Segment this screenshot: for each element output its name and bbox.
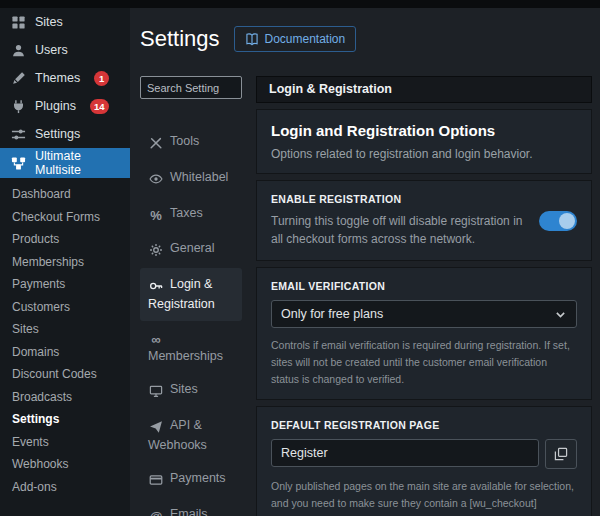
infinity-icon: ∞: [148, 331, 164, 348]
settings-panel: Login & Registration Login and Registrat…: [256, 76, 592, 516]
sidebar-item-sites[interactable]: Sites: [0, 8, 130, 36]
multisite-network-icon: [10, 156, 26, 171]
tools-icon: [148, 136, 164, 153]
settings-nav: Tools Whitelabel %Taxes General Login & …: [140, 76, 242, 516]
credit-card-icon: [148, 473, 164, 490]
plugins-update-badge: 14: [90, 99, 109, 114]
sidebar-item-settings[interactable]: Settings: [0, 120, 130, 148]
themes-icon: [10, 71, 26, 86]
submenu-item-sites[interactable]: Sites: [0, 318, 130, 341]
nav-label: Emails: [170, 507, 208, 516]
default-registration-page-help: Only published pages on the main site ar…: [271, 478, 577, 516]
sidebar-item-label: Themes: [35, 71, 80, 85]
section-enable-registration: ENABLE REGISTRATION Turning this toggle …: [256, 180, 592, 261]
edit-page-button[interactable]: [545, 439, 577, 469]
section-title: Login and Registration Options: [271, 122, 577, 139]
email-verification-label: EMAIL VERIFICATION: [271, 280, 577, 292]
send-icon: [148, 420, 164, 437]
users-icon: [10, 43, 26, 58]
submenu-item-add-ons[interactable]: Add-ons: [0, 476, 130, 499]
admin-sidebar: Sites Users Themes 1 Plugins 14 Settings…: [0, 8, 130, 516]
sidebar-item-label: Ultimate Multisite: [35, 149, 122, 177]
settings-nav-item-tools[interactable]: Tools: [140, 125, 242, 161]
sidebar-item-label: Users: [35, 43, 68, 57]
select-value: Only for free plans: [281, 307, 383, 321]
submenu-item-domains[interactable]: Domains: [0, 341, 130, 364]
default-registration-page-input[interactable]: [271, 439, 539, 467]
submenu-item-payments[interactable]: Payments: [0, 273, 130, 296]
enable-registration-description: Turning this toggle off will disable reg…: [271, 212, 525, 248]
search-setting-input[interactable]: [140, 76, 242, 99]
section-email-verification: EMAIL VERIFICATION Only for free plans C…: [256, 267, 592, 400]
section-default-registration-page: DEFAULT REGISTRATION PAGE Only published…: [256, 406, 592, 516]
default-registration-page-label: DEFAULT REGISTRATION PAGE: [271, 419, 577, 431]
admin-bar: [0, 0, 600, 8]
main-content: Settings Documentation Tools Whitelabel: [130, 8, 600, 516]
sidebar-item-label: Settings: [35, 127, 80, 141]
sidebar-item-users[interactable]: Users: [0, 36, 130, 64]
nav-label: Tools: [170, 134, 199, 148]
submenu-item-webhooks[interactable]: Webhooks: [0, 453, 130, 476]
themes-update-badge: 1: [94, 71, 109, 86]
documentation-button-label: Documentation: [265, 32, 346, 46]
submenu-item-discount-codes[interactable]: Discount Codes: [0, 363, 130, 386]
email-verification-help: Controls if email verification is requir…: [271, 337, 577, 387]
screen: Sites Users Themes 1 Plugins 14 Settings…: [0, 0, 600, 516]
nav-label: Taxes: [170, 206, 203, 220]
settings-nav-item-whitelabel[interactable]: Whitelabel: [140, 161, 242, 197]
percent-icon: %: [148, 207, 164, 224]
section-intro: Login and Registration Options Options r…: [256, 109, 592, 174]
key-icon: [148, 279, 164, 296]
at-icon: @: [148, 508, 164, 516]
sidebar-item-themes[interactable]: Themes 1: [0, 64, 130, 92]
settings-nav-list: Tools Whitelabel %Taxes General Login & …: [140, 125, 242, 516]
nav-label: General: [170, 241, 214, 255]
enable-registration-toggle[interactable]: [539, 211, 577, 231]
pages-icon: [554, 447, 568, 461]
sidebar-item-label: Sites: [35, 15, 63, 29]
page-header: Settings Documentation: [130, 8, 600, 52]
submenu-item-dashboard[interactable]: Dashboard: [0, 183, 130, 206]
settings-content: Tools Whitelabel %Taxes General Login & …: [130, 52, 600, 516]
settings-nav-item-general[interactable]: General: [140, 232, 242, 268]
submenu-item-events[interactable]: Events: [0, 431, 130, 454]
plugins-icon: [10, 99, 26, 114]
enable-registration-label: ENABLE REGISTRATION: [271, 193, 525, 205]
sites-icon: [10, 15, 26, 30]
gear-icon: [148, 243, 164, 260]
settings-nav-item-sites[interactable]: Sites: [140, 373, 242, 409]
toggle-knob: [559, 213, 575, 229]
submenu-item-settings[interactable]: Settings: [0, 408, 130, 431]
submenu-item-products[interactable]: Products: [0, 228, 130, 251]
settings-nav-item-login-registration[interactable]: Login & Registration: [140, 268, 242, 321]
sidebar-item-label: Plugins: [35, 99, 76, 113]
ultimate-multisite-submenu: Dashboard Checkout Forms Products Member…: [0, 178, 130, 498]
settings-nav-item-memberships[interactable]: ∞Memberships: [140, 321, 242, 373]
book-icon: [245, 32, 259, 46]
eye-icon: [148, 172, 164, 189]
submenu-item-customers[interactable]: Customers: [0, 296, 130, 319]
submenu-item-memberships[interactable]: Memberships: [0, 251, 130, 274]
monitor-icon: [148, 384, 164, 401]
page-title: Settings: [140, 26, 220, 52]
panel-header: Login & Registration: [256, 76, 592, 103]
section-subtitle: Options related to registration and logi…: [271, 147, 577, 161]
settings-nav-item-emails[interactable]: @Emails: [140, 498, 242, 516]
nav-label: Payments: [170, 471, 226, 485]
email-verification-select[interactable]: Only for free plans: [271, 300, 577, 328]
nav-label: Memberships: [148, 349, 223, 363]
settings-sliders-icon: [10, 127, 26, 142]
submenu-item-checkout-forms[interactable]: Checkout Forms: [0, 206, 130, 229]
submenu-item-broadcasts[interactable]: Broadcasts: [0, 386, 130, 409]
nav-label: Whitelabel: [170, 170, 228, 184]
sidebar-item-ultimate-multisite[interactable]: Ultimate Multisite: [0, 148, 130, 178]
settings-nav-item-taxes[interactable]: %Taxes: [140, 197, 242, 232]
documentation-button[interactable]: Documentation: [234, 26, 357, 52]
chevron-down-icon: [554, 308, 567, 321]
nav-label: Sites: [170, 382, 198, 396]
settings-nav-item-payments[interactable]: Payments: [140, 462, 242, 498]
sidebar-item-plugins[interactable]: Plugins 14: [0, 92, 130, 120]
settings-nav-item-api-webhooks[interactable]: API & Webhooks: [140, 409, 242, 462]
